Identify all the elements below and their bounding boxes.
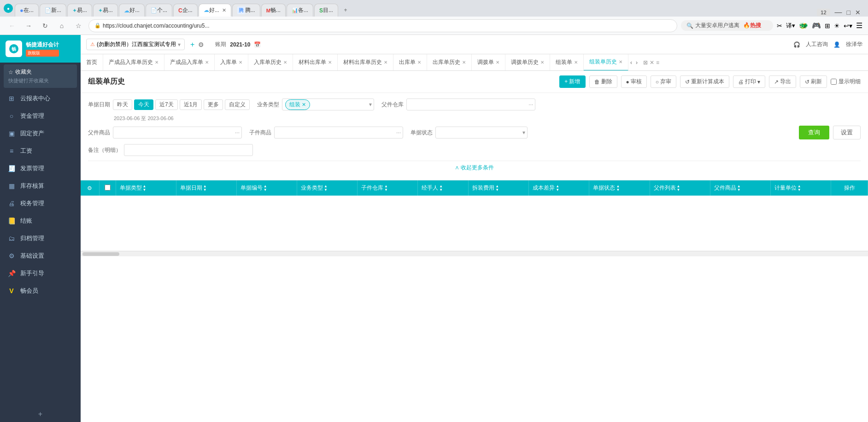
- nav-tab-tiaopo[interactable]: 调拨单 ✕: [472, 54, 505, 71]
- username-label[interactable]: 徐泽华: [846, 40, 862, 48]
- nav-tab-assembly-history-close[interactable]: ✕: [619, 59, 622, 64]
- forward-button[interactable]: →: [22, 19, 35, 32]
- collapse-bar[interactable]: ∧ 收起更多条件: [88, 161, 861, 174]
- approve-button[interactable]: ● 审核: [621, 75, 647, 88]
- emoji-icon[interactable]: 🐲: [799, 21, 808, 30]
- col-checkbox[interactable]: [99, 180, 116, 196]
- col-disassemble-cost[interactable]: 拆装费用 ▲▼: [469, 180, 529, 196]
- nav-tab-assembly-close[interactable]: ✕: [574, 60, 578, 65]
- sidebar-item-guide[interactable]: 📌 新手引导: [0, 265, 81, 282]
- nav-tab-out-history-close[interactable]: ✕: [462, 60, 466, 65]
- abandon-button[interactable]: ○ 弃审: [651, 75, 676, 88]
- add-module-icon[interactable]: +: [38, 410, 42, 418]
- nav-more-icon[interactable]: ≡: [656, 59, 659, 66]
- undo-icon[interactable]: ↩▾: [844, 22, 852, 29]
- table-settings-icon[interactable]: ⚙: [87, 185, 92, 191]
- tab-2[interactable]: 📄 新...: [40, 4, 66, 17]
- scroll-thumb[interactable]: [82, 252, 119, 256]
- parent-warehouse-more-icon[interactable]: ···: [527, 101, 535, 108]
- nav-tab-assembly[interactable]: 组装单 ✕: [550, 54, 584, 71]
- col-handler[interactable]: 经手人 ▲▼: [418, 180, 469, 196]
- parent-goods-sort[interactable]: 父件商品 ▲▼: [714, 184, 741, 192]
- brightness-icon[interactable]: ☀: [834, 22, 840, 29]
- unit-sort[interactable]: 计量单位 ▲▼: [774, 184, 801, 192]
- parent-goods-select[interactable]: ···: [113, 127, 242, 139]
- query-button[interactable]: 查询: [799, 126, 829, 139]
- print-button[interactable]: 🖨 打印 ▾: [733, 75, 765, 88]
- date-today-btn[interactable]: 今天: [134, 99, 153, 110]
- date-1month-btn[interactable]: 近1月: [180, 99, 202, 110]
- child-goods-more-icon[interactable]: ···: [394, 129, 403, 136]
- parent-goods-more-icon[interactable]: ···: [233, 129, 241, 136]
- sidebar-item-vip[interactable]: V 畅会员: [0, 282, 81, 300]
- tab-7[interactable]: C 企...: [173, 4, 198, 17]
- reload-button[interactable]: ↻: [39, 19, 52, 32]
- settings-filter-button[interactable]: 设置: [833, 126, 861, 139]
- tab-9[interactable]: 腾 腾...: [232, 4, 260, 17]
- settings-icon[interactable]: ⚙: [198, 41, 204, 48]
- tab-1[interactable]: ● 在...: [15, 4, 39, 17]
- nav-tab-out-history[interactable]: 出库单历史 ✕: [427, 54, 472, 71]
- add-company-icon[interactable]: +: [190, 40, 194, 49]
- nav-tab-in-close[interactable]: ✕: [239, 60, 242, 65]
- cost-diff-sort[interactable]: 成本差异 ▲▼: [533, 184, 559, 192]
- tab-8[interactable]: ☁ 好... ✕: [199, 4, 231, 17]
- date-more-btn[interactable]: 更多: [204, 99, 223, 110]
- nav-pin-icon[interactable]: ⊠: [643, 59, 648, 66]
- nav-right-arrow-icon[interactable]: ›: [636, 59, 638, 66]
- search-bar[interactable]: 🔍 大量安卓用户逃离 🔥热搜: [681, 20, 773, 31]
- select-all-checkbox[interactable]: [105, 185, 111, 191]
- sidebar-item-settle[interactable]: 📒 结账: [0, 212, 81, 230]
- col-cost-diff[interactable]: 成本差异 ▲▼: [529, 180, 589, 196]
- bookmark-button[interactable]: ☆: [72, 19, 85, 32]
- nav-tab-out[interactable]: 出库单 ✕: [393, 54, 427, 71]
- order-status-sort[interactable]: 单据状态 ▲▼: [593, 184, 620, 192]
- biz-type-sort[interactable]: 业务类型 ▲▼: [301, 184, 328, 192]
- handler-sort[interactable]: 经手人 ▲▼: [422, 184, 443, 192]
- calendar-icon[interactable]: 📅: [254, 41, 261, 48]
- tab-8-close-icon[interactable]: ✕: [222, 7, 226, 13]
- horizontal-scrollbar[interactable]: [81, 251, 868, 256]
- tab-11[interactable]: 📊 各...: [287, 4, 313, 17]
- export-button[interactable]: ↗ 导出: [769, 75, 796, 88]
- grid-icon[interactable]: ⊞: [825, 22, 830, 29]
- nav-left-arrow-icon[interactable]: ‹: [630, 59, 632, 66]
- col-parent-goods[interactable]: 父件商品 ▲▼: [710, 180, 770, 196]
- company-selector[interactable]: ⚠ (勿删勿禁用）江西服宝测试专用 ▾: [86, 39, 185, 50]
- col-biz-type[interactable]: 业务类型 ▲▼: [297, 180, 357, 196]
- nav-tab-prod-in-history-close[interactable]: ✕: [155, 60, 158, 65]
- nav-tab-material-out[interactable]: 材料出库单 ✕: [293, 54, 338, 71]
- parent-list-sort[interactable]: 父件列表 ▲▼: [654, 184, 680, 192]
- nav-tab-in-history[interactable]: 入库单历史 ✕: [248, 54, 293, 71]
- nav-tab-tiaopo-history-close[interactable]: ✕: [540, 60, 544, 65]
- date-7days-btn[interactable]: 近7天: [155, 99, 178, 110]
- disassemble-cost-sort[interactable]: 拆装费用 ▲▼: [472, 184, 499, 192]
- nav-tab-out-close[interactable]: ✕: [417, 60, 421, 65]
- translate-icon[interactable]: 译▾: [786, 22, 795, 30]
- nav-tab-material-out-close[interactable]: ✕: [328, 60, 332, 65]
- nav-tab-prod-in-history[interactable]: 产成品入库单历史 ✕: [103, 54, 164, 71]
- nav-tab-tiaopo-close[interactable]: ✕: [496, 60, 499, 65]
- date-yesterday-btn[interactable]: 昨天: [113, 99, 132, 110]
- tab-3[interactable]: ✦ 易...: [67, 4, 92, 17]
- user-service-label[interactable]: 人工咨询: [806, 40, 828, 48]
- col-settings[interactable]: ⚙: [81, 180, 99, 196]
- col-unit[interactable]: 计量单位 ▲▼: [770, 180, 831, 196]
- date-custom-btn[interactable]: 自定义: [225, 99, 250, 110]
- back-button[interactable]: ←: [6, 19, 18, 32]
- tab-12[interactable]: S 目...: [314, 4, 338, 17]
- recalc-cost-button[interactable]: ↺ 重新计算成本: [680, 75, 729, 88]
- notes-input[interactable]: [124, 144, 253, 156]
- nav-tab-home[interactable]: 首页: [81, 54, 103, 71]
- game-icon[interactable]: 🎮: [812, 21, 821, 30]
- sidebar-item-tax[interactable]: 🖨 税务管理: [0, 195, 81, 212]
- sidebar-item-cloud-report[interactable]: ⊞ 云报表中心: [0, 90, 81, 107]
- col-child-warehouse[interactable]: 子件仓库 ▲▼: [358, 180, 418, 196]
- child-warehouse-sort[interactable]: 子件仓库 ▲▼: [361, 184, 388, 192]
- nav-tab-material-out-history-close[interactable]: ✕: [384, 60, 387, 65]
- col-order-status[interactable]: 单据状态 ▲▼: [589, 180, 650, 196]
- order-date-sort[interactable]: 单据日期 ▲▼: [180, 184, 207, 192]
- minimize-button[interactable]: —: [835, 8, 842, 17]
- col-parent-list[interactable]: 父件列表 ▲▼: [650, 180, 710, 196]
- sidebar-item-payroll[interactable]: ≡ 工资: [0, 142, 81, 160]
